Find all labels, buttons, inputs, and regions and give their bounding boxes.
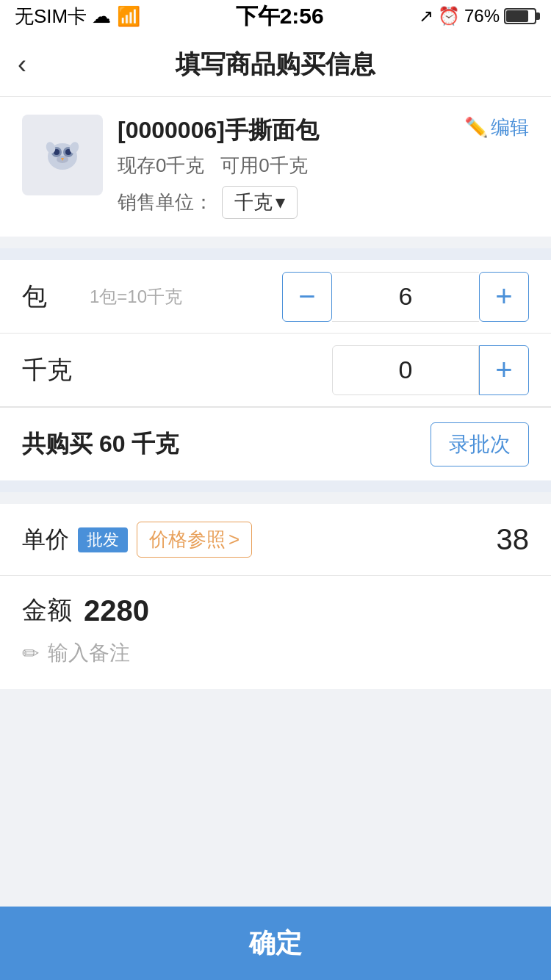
status-bar: 无SIM卡 ☁ 📶 下午2:56 ↗ ⏰ 76% bbox=[0, 0, 551, 32]
content-area: [0000006]手撕面包 ✏️ 编辑 现存0千克 可用0千克 销售单位： 千克… bbox=[0, 97, 551, 907]
pack-sublabel: 1包=10千克 bbox=[90, 285, 282, 309]
amount-section: 金额 2280 ✏ 输入备注 bbox=[0, 575, 551, 689]
alarm-icon: ⏰ bbox=[438, 6, 460, 26]
product-card: [0000006]手撕面包 ✏️ 编辑 现存0千克 可用0千克 销售单位： 千克… bbox=[0, 97, 551, 237]
input-section: 包 1包=10千克 − + 千克 + bbox=[0, 260, 551, 407]
price-row: 单价 批发 价格参照 > 38 bbox=[22, 522, 529, 558]
confirm-label: 确定 bbox=[249, 926, 302, 962]
kg-plus-button[interactable]: + bbox=[479, 345, 529, 395]
wifi-icon: 📶 bbox=[117, 5, 140, 28]
battery-icon bbox=[504, 8, 536, 24]
remark-placeholder: 输入备注 bbox=[48, 639, 130, 667]
pack-qty-control: − + bbox=[282, 272, 529, 322]
product-stock: 现存0千克 可用0千克 bbox=[118, 153, 529, 179]
kg-qty-control: + bbox=[332, 345, 529, 395]
pack-qty-input[interactable] bbox=[332, 272, 479, 322]
section-separator-2 bbox=[0, 480, 551, 492]
price-section: 单价 批发 价格参照 > 38 bbox=[0, 504, 551, 575]
confirm-button[interactable]: 确定 bbox=[0, 907, 551, 980]
sim-label: 无SIM卡 ☁ bbox=[15, 4, 111, 29]
pack-plus-button[interactable]: + bbox=[479, 272, 529, 322]
price-value: 38 bbox=[497, 523, 530, 556]
chevron-right-icon: > bbox=[228, 528, 240, 551]
product-unit-row: 销售单位： 千克 ▾ bbox=[118, 186, 529, 219]
batch-button[interactable]: 录批次 bbox=[431, 422, 529, 466]
location-icon: ↗ bbox=[419, 6, 433, 26]
amount-label: 金额 bbox=[22, 594, 72, 627]
pack-label: 包 bbox=[22, 280, 81, 314]
gray-fill-area bbox=[0, 689, 551, 907]
kg-label: 千克 bbox=[22, 353, 81, 387]
unit-select[interactable]: 千克 ▾ bbox=[222, 186, 298, 219]
price-ref-button[interactable]: 价格参照 > bbox=[137, 522, 252, 558]
chevron-down-icon: ▾ bbox=[276, 191, 285, 214]
edit-icon: ✏️ bbox=[464, 116, 488, 139]
page-title: 填写商品购买信息 bbox=[176, 48, 375, 82]
remark-row[interactable]: ✏ 输入备注 bbox=[22, 639, 529, 667]
total-text: 共购买 60 千克 bbox=[22, 428, 179, 461]
nav-bar: ‹ 填写商品购买信息 bbox=[0, 32, 551, 97]
section-separator-1 bbox=[0, 248, 551, 260]
battery-percent: 76% bbox=[464, 6, 500, 26]
status-left: 无SIM卡 ☁ 📶 bbox=[15, 4, 140, 29]
pack-input-row: 包 1包=10千克 − + bbox=[0, 260, 551, 334]
edit-link[interactable]: ✏️ 编辑 bbox=[464, 115, 529, 140]
kg-input-row: 千克 + bbox=[0, 334, 551, 407]
back-button[interactable]: ‹ bbox=[18, 49, 26, 80]
kg-qty-input[interactable] bbox=[332, 345, 479, 395]
product-name: [0000006]手撕面包 bbox=[118, 115, 319, 147]
total-row: 共购买 60 千克 录批次 bbox=[0, 407, 551, 480]
price-label: 单价 批发 价格参照 > bbox=[22, 522, 252, 558]
status-time: 下午2:56 bbox=[236, 1, 324, 32]
pencil-icon: ✏ bbox=[22, 641, 39, 666]
status-right: ↗ ⏰ 76% bbox=[419, 6, 536, 26]
pack-minus-button[interactable]: − bbox=[282, 272, 332, 322]
product-info: [0000006]手撕面包 ✏️ 编辑 现存0千克 可用0千克 销售单位： 千克… bbox=[118, 115, 529, 219]
badge-pifa: 批发 bbox=[78, 527, 128, 552]
product-thumbnail bbox=[22, 115, 103, 195]
amount-row: 金额 2280 bbox=[22, 594, 529, 627]
amount-value: 2280 bbox=[84, 594, 149, 627]
